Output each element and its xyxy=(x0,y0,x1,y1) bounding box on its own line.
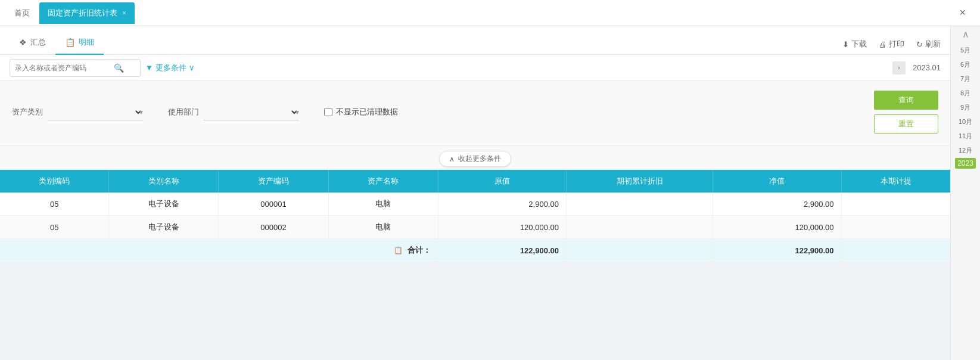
table-row: 05 电子设备 000002 电脑 120,000.00 120,000.00 xyxy=(0,216,950,239)
window-close-button[interactable]: × xyxy=(954,7,970,19)
collapse-label: 收起更多条件 xyxy=(458,154,501,164)
col-header-asset-name: 资产名称 xyxy=(328,170,438,193)
cell-original-value: 120,000.00 xyxy=(438,216,566,239)
cell-category-code: 05 xyxy=(0,193,109,216)
cell-asset-code: 000001 xyxy=(219,193,328,216)
col-header-current-depreciation: 本期计提 xyxy=(841,170,950,193)
department-label: 使用部门 xyxy=(168,107,199,117)
search-input[interactable] xyxy=(15,64,110,72)
top-nav: 首页 固定资产折旧统计表 × × xyxy=(0,0,980,26)
cell-current-depreciation xyxy=(841,193,950,216)
cell-accumulated-depreciation xyxy=(566,216,713,239)
current-year-badge[interactable]: 2023 xyxy=(955,158,976,169)
download-label: 下载 xyxy=(851,39,867,49)
refresh-button[interactable]: ↻ 刷新 xyxy=(916,39,941,49)
tab-detail-label: 明细 xyxy=(79,37,94,48)
print-label: 打印 xyxy=(889,39,904,49)
tab-detail[interactable]: 📋 明细 xyxy=(55,31,104,55)
refresh-label: 刷新 xyxy=(925,39,941,49)
nav-home[interactable]: 首页 xyxy=(10,8,35,18)
cell-original-value: 2,900.00 xyxy=(438,193,566,216)
total-icon: 📋 xyxy=(394,246,403,255)
search-input-wrap: 🔍 xyxy=(10,59,141,77)
cell-asset-name: 电脑 xyxy=(328,216,438,239)
exclude-cleared-label: 不显示已清理数据 xyxy=(336,107,398,117)
data-table-wrap: 类别编码 类别名称 资产编码 资产名称 原值 期初累计折旧 净值 本期计提 05… xyxy=(0,170,950,262)
col-header-category-code: 类别编码 xyxy=(0,170,109,193)
cell-current-depreciation xyxy=(841,216,950,239)
cell-asset-code: 000002 xyxy=(219,216,328,239)
cell-net-value: 2,900.00 xyxy=(713,193,841,216)
main-panel: ❖ 汇总 📋 明细 ⬇ 下载 🖨 打印 ↻ 刷新 xyxy=(0,26,950,262)
more-conditions-label: 更多条件 xyxy=(155,63,186,73)
filter-bar: 🔍 ▼ 更多条件 ∨ › 2023.01 xyxy=(0,55,950,81)
search-icon[interactable]: 🔍 xyxy=(114,63,124,73)
col-header-category-name: 类别名称 xyxy=(109,170,219,193)
month-nav-item[interactable]: 8月 xyxy=(954,86,978,100)
download-icon: ⬇ xyxy=(842,40,849,49)
month-nav-item[interactable]: 6月 xyxy=(954,58,978,71)
asset-category-label: 资产类别 xyxy=(12,107,43,117)
tab-close-icon[interactable]: × xyxy=(122,9,126,17)
table-body: 05 电子设备 000001 电脑 2,900.00 2,900.00 05 电… xyxy=(0,193,950,262)
period-nav-button[interactable]: › xyxy=(892,61,906,75)
month-scroll-up[interactable]: ∧ xyxy=(960,26,972,42)
table-row: 05 电子设备 000001 电脑 2,900.00 2,900.00 xyxy=(0,193,950,216)
filter-icon: ▼ xyxy=(145,63,153,72)
refresh-icon: ↻ xyxy=(916,40,923,49)
col-header-net-value: 净值 xyxy=(713,170,841,193)
collapse-section: ∧ 收起更多条件 xyxy=(0,146,950,170)
more-conditions-button[interactable]: ▼ 更多条件 ∨ xyxy=(145,63,195,73)
col-header-accumulated-depreciation: 期初累计折旧 xyxy=(566,170,713,193)
tab-bar: ❖ 汇总 📋 明细 ⬇ 下载 🖨 打印 ↻ 刷新 xyxy=(0,26,950,55)
collapse-button[interactable]: ∧ 收起更多条件 xyxy=(439,151,511,167)
right-sidebar: ∧ 5月6月7月8月9月10月11月12月 2023 xyxy=(950,26,980,262)
month-nav-item[interactable]: 5月 xyxy=(954,44,978,57)
active-tab[interactable]: 固定资产折旧统计表 × xyxy=(39,2,135,24)
total-current-depreciation xyxy=(841,239,950,262)
active-tab-label: 固定资产折旧统计表 xyxy=(48,8,117,18)
data-table: 类别编码 类别名称 资产编码 资产名称 原值 期初累计折旧 净值 本期计提 05… xyxy=(0,170,950,262)
query-button[interactable]: 查询 xyxy=(874,91,938,110)
department-select[interactable] xyxy=(204,104,299,120)
summary-icon: ❖ xyxy=(19,38,27,47)
exclude-cleared-field[interactable]: 不显示已清理数据 xyxy=(324,107,398,117)
cell-category-code: 05 xyxy=(0,216,109,239)
month-nav-item[interactable]: 12月 xyxy=(954,144,978,157)
collapse-up-icon: ∧ xyxy=(449,155,455,163)
action-buttons: 查询 重置 xyxy=(874,91,938,134)
cell-accumulated-depreciation xyxy=(566,193,713,216)
advanced-filter: 资产类别 ▼ 使用部门 ▼ 不显示已清理数据 xyxy=(0,81,950,146)
col-header-original-value: 原值 xyxy=(438,170,566,193)
exclude-cleared-checkbox[interactable] xyxy=(324,108,332,116)
print-icon: 🖨 xyxy=(879,40,886,49)
department-field: 使用部门 ▼ xyxy=(168,104,300,120)
cell-category-name: 电子设备 xyxy=(109,193,219,216)
toolbar-right: ⬇ 下载 🖨 打印 ↻ 刷新 xyxy=(842,39,941,54)
cell-net-value: 120,000.00 xyxy=(713,216,841,239)
layout-body: ❖ 汇总 📋 明细 ⬇ 下载 🖨 打印 ↻ 刷新 xyxy=(0,26,980,262)
month-nav-item[interactable]: 9月 xyxy=(954,101,978,114)
table-header-row: 类别编码 类别名称 资产编码 资产名称 原值 期初累计折旧 净值 本期计提 xyxy=(0,170,950,193)
total-net-value: 122,900.00 xyxy=(713,239,841,262)
month-nav-item[interactable]: 7月 xyxy=(954,72,978,85)
asset-category-field: 资产类别 ▼ xyxy=(12,104,144,120)
total-label-cell: 📋 合计： xyxy=(0,239,438,262)
period-label: 2023.01 xyxy=(910,63,941,72)
download-button[interactable]: ⬇ 下载 xyxy=(842,39,867,49)
asset-category-select[interactable] xyxy=(48,104,143,120)
month-nav-item[interactable]: 11月 xyxy=(954,129,978,142)
detail-icon: 📋 xyxy=(65,38,75,47)
total-label: 合计： xyxy=(407,246,431,255)
month-nav-item[interactable]: 10月 xyxy=(954,115,978,128)
cell-asset-name: 电脑 xyxy=(328,193,438,216)
cell-category-name: 电子设备 xyxy=(109,216,219,239)
filter-row: 资产类别 ▼ 使用部门 ▼ 不显示已清理数据 xyxy=(12,91,938,134)
total-original-value: 122,900.00 xyxy=(438,239,566,262)
tab-summary-label: 汇总 xyxy=(30,37,46,48)
print-button[interactable]: 🖨 打印 xyxy=(879,39,904,49)
reset-button[interactable]: 重置 xyxy=(874,114,938,134)
tab-summary[interactable]: ❖ 汇总 xyxy=(10,31,55,55)
table-total-row: 📋 合计： 122,900.00 122,900.00 xyxy=(0,239,950,262)
chevron-down-icon: ∨ xyxy=(189,63,195,72)
